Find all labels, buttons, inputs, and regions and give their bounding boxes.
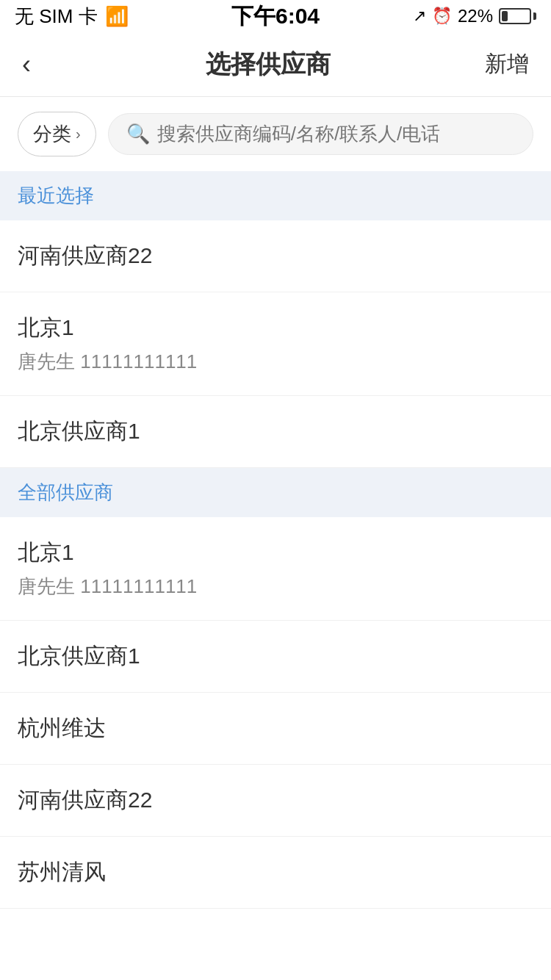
filter-bar: 分类 › 🔍 bbox=[0, 97, 551, 171]
location-icon: ↗ bbox=[413, 7, 426, 26]
recent-items-list: 河南供应商22北京1唐先生 11111111111北京供应商1 bbox=[0, 220, 551, 468]
item-name: 北京供应商1 bbox=[18, 641, 533, 671]
item-sub: 唐先生 11111111111 bbox=[18, 574, 533, 599]
status-carrier: 无 SIM 卡 📶 bbox=[15, 4, 129, 29]
back-button[interactable]: ‹ bbox=[22, 49, 66, 80]
all-items-list: 北京1唐先生 11111111111北京供应商1杭州维达河南供应商22苏州清风 bbox=[0, 517, 551, 909]
item-name: 苏州清风 bbox=[18, 857, 533, 887]
all-section-header: 全部供应商 bbox=[0, 468, 551, 517]
status-time: 下午6:04 bbox=[231, 1, 320, 32]
all-list-item[interactable]: 北京供应商1 bbox=[0, 621, 551, 693]
battery-indicator bbox=[499, 8, 536, 24]
item-name: 北京1 bbox=[18, 313, 533, 343]
recent-list-item[interactable]: 北京供应商1 bbox=[0, 396, 551, 468]
page-title: 选择供应商 bbox=[66, 48, 470, 82]
search-input[interactable] bbox=[157, 123, 515, 145]
add-button[interactable]: 新增 bbox=[470, 49, 529, 79]
status-bar: 无 SIM 卡 📶 下午6:04 ↗ ⏰ 22% bbox=[0, 0, 551, 32]
item-name: 北京供应商1 bbox=[18, 417, 533, 447]
all-list-item[interactable]: 北京1唐先生 11111111111 bbox=[0, 517, 551, 621]
wifi-icon: 📶 bbox=[105, 5, 129, 28]
category-filter-button[interactable]: 分类 › bbox=[18, 112, 96, 156]
recent-section-header: 最近选择 bbox=[0, 171, 551, 220]
all-list-item[interactable]: 杭州维达 bbox=[0, 693, 551, 765]
item-name: 杭州维达 bbox=[18, 713, 533, 743]
item-name: 北京1 bbox=[18, 538, 533, 568]
chevron-right-icon: › bbox=[76, 126, 81, 143]
recent-list-item[interactable]: 河南供应商22 bbox=[0, 220, 551, 292]
navigation-bar: ‹ 选择供应商 新增 bbox=[0, 32, 551, 97]
category-label: 分类 bbox=[33, 121, 71, 147]
item-sub: 唐先生 11111111111 bbox=[18, 349, 533, 375]
carrier-text: 无 SIM 卡 bbox=[15, 4, 98, 29]
all-list-item[interactable]: 苏州清风 bbox=[0, 837, 551, 909]
battery-percent: 22% bbox=[458, 6, 493, 26]
recent-list-item[interactable]: 北京1唐先生 11111111111 bbox=[0, 292, 551, 396]
recent-section-label: 最近选择 bbox=[18, 184, 94, 206]
search-box[interactable]: 🔍 bbox=[108, 113, 533, 155]
all-section-label: 全部供应商 bbox=[18, 481, 113, 503]
all-list-item[interactable]: 河南供应商22 bbox=[0, 765, 551, 837]
item-name: 河南供应商22 bbox=[18, 785, 533, 815]
alarm-icon: ⏰ bbox=[432, 7, 452, 26]
search-icon: 🔍 bbox=[126, 123, 150, 145]
item-name: 河南供应商22 bbox=[18, 241, 533, 271]
status-right: ↗ ⏰ 22% bbox=[413, 6, 536, 26]
